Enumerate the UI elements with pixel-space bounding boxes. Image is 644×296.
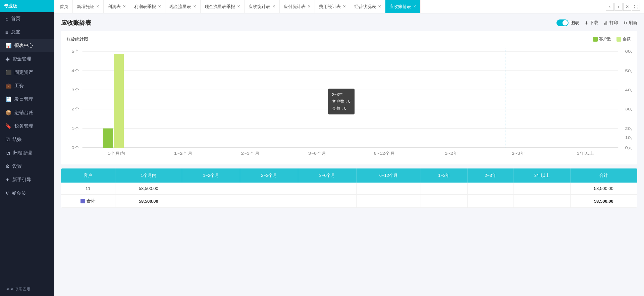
svg-text:4个: 4个: [71, 68, 79, 73]
legend-amount-dot: [616, 37, 621, 42]
svg-text:0元: 0元: [625, 146, 632, 150]
asset-icon: ⬛: [5, 69, 12, 76]
tab-close-all-button[interactable]: ✕: [623, 3, 631, 11]
tab-cashflow-quarter[interactable]: 现金流量表季报 ✕: [201, 0, 245, 13]
svg-text:2~3年: 2~3年: [512, 151, 525, 156]
tab-ar-aging[interactable]: 应收账龄表 ✕: [385, 0, 421, 13]
chart-toggle-label: 图表: [571, 20, 579, 26]
tab-ar-stat[interactable]: 应收统计表 ✕: [245, 0, 280, 13]
cell-y12: [421, 183, 468, 195]
total-text: 合计: [87, 198, 95, 204]
sidebar-item-label: 总账: [11, 29, 20, 35]
sidebar-item-settings[interactable]: ⚙ 设置: [0, 160, 54, 173]
col-m1: 1个月内: [115, 168, 182, 183]
chart-toggle-wrap: 图表: [556, 19, 579, 26]
tab-expense-label: 费用统计表: [319, 4, 341, 10]
sidebar-item-report[interactable]: 📊 报表中心: [0, 39, 54, 52]
chart-area: 5个 4个 3个 2个 1个 0个 60,000.00元 50,000.00元 …: [66, 45, 632, 159]
sidebar-item-ledger[interactable]: ≡ 总账: [0, 26, 54, 39]
sidebar-item-tax[interactable]: 🔖 税务管理: [0, 119, 54, 133]
sidebar-item-label: 报表中心: [14, 43, 33, 49]
sidebar-item-label: 发票管理: [14, 96, 33, 102]
print-button[interactable]: 🖨 打印: [604, 20, 618, 26]
col-total: 合计: [570, 168, 637, 183]
col-m36: 3~6个月: [298, 168, 356, 183]
tab-home[interactable]: 首页: [56, 0, 73, 13]
sidebar-item-label: 工资: [14, 83, 24, 89]
main-content: 首页 新增凭证 ✕ 利润表 ✕ 利润表季报 ✕ 现金流量表 ✕ 现金流量表季报 …: [54, 0, 644, 296]
home-icon: ⌂: [5, 16, 8, 22]
sidebar-item-asset[interactable]: ⬛ 固定资产: [0, 66, 54, 79]
col-m612: 6~12个月: [356, 168, 421, 183]
svg-text:20,000.00元: 20,000.00元: [625, 126, 632, 131]
legend-customer-dot: [593, 37, 598, 42]
tab-expense[interactable]: 费用统计表 ✕: [315, 0, 350, 13]
tab-biz-close[interactable]: ✕: [378, 4, 381, 9]
tab-profit-quarter[interactable]: 利润表季报 ✕: [130, 0, 165, 13]
chart-legend: 客户数 金额: [593, 36, 631, 42]
sidebar-item-member[interactable]: V 畅会员: [0, 187, 54, 200]
tab-profit[interactable]: 利润表 ✕: [104, 0, 130, 13]
tab-ap-stat-close[interactable]: ✕: [308, 4, 311, 9]
tab-cashflow-close[interactable]: ✕: [193, 4, 196, 9]
sidebar-item-label: 资金管理: [12, 56, 31, 62]
refresh-button[interactable]: ↻ 刷新: [624, 20, 637, 26]
sidebar-item-guide[interactable]: ✦ 新手引导: [0, 173, 54, 187]
svg-text:1~2个月: 1~2个月: [174, 151, 192, 156]
tab-biz[interactable]: 经营状况表 ✕: [350, 0, 385, 13]
tax-icon: 🔖: [5, 123, 12, 129]
cell-customer: 11: [61, 183, 115, 195]
sidebar-item-fund[interactable]: ◉ 资金管理: [0, 52, 54, 66]
sidebar-item-archive[interactable]: 🗂 归档管理: [0, 146, 54, 160]
download-button[interactable]: ⬇ 下载: [585, 20, 598, 26]
col-y23: 2~3年: [467, 168, 514, 183]
tab-ar-stat-close[interactable]: ✕: [272, 4, 275, 9]
tab-next-button[interactable]: ›: [614, 3, 623, 11]
tab-ar-stat-label: 应收统计表: [249, 4, 270, 10]
svg-text:1~2年: 1~2年: [445, 151, 458, 156]
tab-profit-label: 利润表: [108, 4, 121, 10]
sidebar-item-label: 税务管理: [14, 123, 33, 129]
sidebar-item-settle[interactable]: ☑ 结账: [0, 133, 54, 146]
col-y12: 1~2年: [421, 168, 468, 183]
tab-controls: ‹ › ✕ ⛶: [603, 3, 643, 11]
tab-cashflow[interactable]: 现金流量表 ✕: [165, 0, 201, 13]
tab-ar-aging-close[interactable]: ✕: [413, 4, 416, 9]
cell-m23: [240, 183, 298, 195]
svg-text:6~12个月: 6~12个月: [374, 151, 395, 156]
tab-expense-close[interactable]: ✕: [343, 4, 346, 9]
sidebar-item-label: 设置: [12, 163, 22, 169]
sidebar-collapse-button[interactable]: ◄◄ 取消固定: [0, 282, 54, 296]
tab-maximize-button[interactable]: ⛶: [632, 3, 640, 11]
refresh-label: 刷新: [629, 20, 637, 26]
page-content: 应收账龄表 图表 ⬇ 下载 🖨 打印 ↻ 刷新: [54, 13, 644, 296]
sidebar-item-label: 固定资产: [14, 69, 33, 76]
tab-prev-button[interactable]: ‹: [606, 3, 614, 11]
tab-profit-quarter-close[interactable]: ✕: [158, 4, 161, 9]
tab-home-label: 首页: [60, 4, 68, 10]
col-m23: 2~3个月: [240, 168, 298, 183]
tab-ap-stat[interactable]: 应付统计表 ✕: [280, 0, 315, 13]
svg-text:0个: 0个: [71, 146, 79, 150]
fund-icon: ◉: [5, 56, 10, 62]
page-header: 应收账龄表 图表 ⬇ 下载 🖨 打印 ↻ 刷新: [61, 19, 637, 27]
tab-profit-close[interactable]: ✕: [123, 4, 126, 9]
total-label-cell: 合计: [61, 195, 115, 208]
tab-profit-quarter-label: 利润表季报: [134, 4, 156, 10]
legend-customer-label: 客户数: [599, 36, 611, 42]
tab-cashflow-quarter-close[interactable]: ✕: [237, 4, 240, 9]
svg-text:10,000.00元: 10,000.00元: [625, 136, 632, 140]
total-y23: [467, 195, 514, 208]
tab-voucher[interactable]: 新增凭证 ✕: [73, 0, 104, 13]
sidebar-item-home[interactable]: ⌂ 首页: [0, 12, 54, 26]
print-icon: 🖨: [604, 20, 608, 26]
stock-icon: 📦: [5, 110, 12, 116]
sidebar-item-stock[interactable]: 📦 进销台账: [0, 106, 54, 119]
chart-toggle[interactable]: [556, 19, 569, 26]
cell-m1: 58,500.00: [115, 183, 182, 195]
settings-icon: ⚙: [5, 163, 10, 169]
svg-text:1个: 1个: [71, 126, 79, 131]
tab-voucher-close[interactable]: ✕: [96, 4, 99, 9]
sidebar-item-invoice[interactable]: 🧾 发票管理: [0, 93, 54, 106]
sidebar-item-salary[interactable]: 💼 工资: [0, 79, 54, 93]
